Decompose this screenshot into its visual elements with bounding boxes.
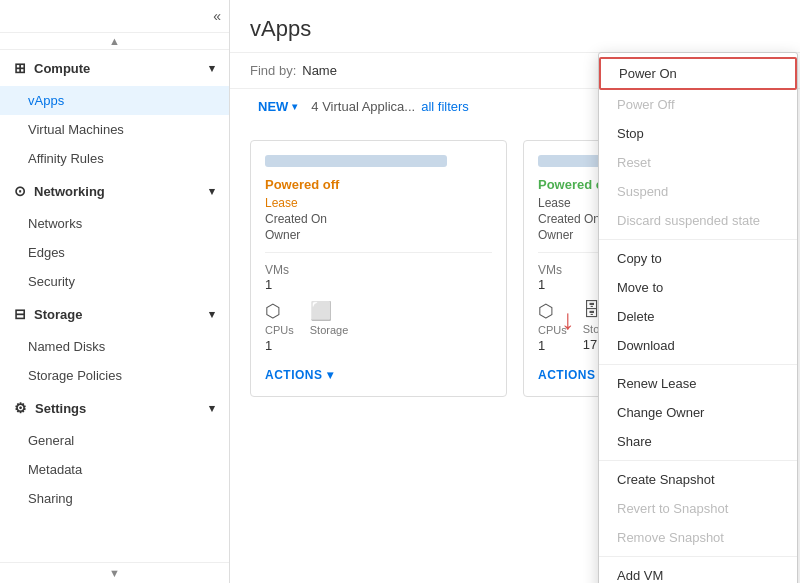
card-actions-1: ACTIONS ▾ [265, 367, 492, 382]
context-menu-revert-snapshot[interactable]: Revert to Snapshot [599, 494, 797, 523]
card-name-bar-1 [265, 155, 447, 167]
actions-button-1[interactable]: ACTIONS ▾ [265, 368, 333, 382]
cpus-label-1: CPUs [265, 324, 294, 336]
collapse-icon[interactable]: « [213, 8, 221, 24]
context-menu: Power On Power Off Stop Reset Suspend Di… [598, 52, 798, 583]
context-menu-change-owner[interactable]: Change Owner [599, 398, 797, 427]
sidebar-item-security[interactable]: Security [0, 267, 229, 296]
storage-chevron: ▾ [209, 308, 215, 321]
find-by-value[interactable]: Name [302, 63, 337, 78]
sidebar-item-vapps[interactable]: vApps [0, 86, 229, 115]
card-lease-1: Lease [265, 196, 492, 210]
context-menu-power-on[interactable]: Power On [599, 57, 797, 90]
sidebar-item-metadata[interactable]: Metadata [0, 455, 229, 484]
actions-caret-1: ▾ [327, 368, 334, 382]
arrow-indicator: ↓ [561, 304, 575, 336]
sidebar-item-storage-policies[interactable]: Storage Policies [0, 361, 229, 390]
context-menu-divider-4 [599, 556, 797, 557]
context-menu-power-off[interactable]: Power Off [599, 90, 797, 119]
sidebar-item-networks[interactable]: Networks [0, 209, 229, 238]
storage-label: Storage [34, 307, 82, 322]
cpus-val-1: 1 [265, 338, 294, 353]
card-status-1: Powered off [265, 177, 492, 192]
sidebar-group-storage[interactable]: ⊟ Storage ▾ [0, 296, 229, 332]
context-menu-move-to[interactable]: Move to [599, 273, 797, 302]
card-metrics-1: ⬡ CPUs 1 ⬜ Storage [265, 300, 492, 353]
networking-icon: ⊙ [14, 183, 26, 199]
context-menu-download[interactable]: Download [599, 331, 797, 360]
card-vms-val-1: 1 [265, 277, 492, 292]
card-created-1: Created On [265, 212, 492, 226]
settings-icon: ⚙ [14, 400, 27, 416]
sidebar-item-virtual-machines[interactable]: Virtual Machines [0, 115, 229, 144]
context-menu-reset[interactable]: Reset [599, 148, 797, 177]
scroll-up-icon[interactable]: ▲ [109, 35, 120, 47]
vapp-card-1: Powered off Lease Created On Owner VMs 1… [250, 140, 507, 397]
compute-chevron: ▾ [209, 62, 215, 75]
context-menu-renew-lease[interactable]: Renew Lease [599, 369, 797, 398]
sidebar-item-sharing[interactable]: Sharing [0, 484, 229, 513]
card-storage-1: ⬜ Storage [310, 300, 349, 353]
networking-label: Networking [34, 184, 105, 199]
sidebar: « ▲ ⊞ Compute ▾ vApps Virtual Machines A… [0, 0, 230, 583]
storage-label-1: Storage [310, 324, 349, 336]
card-vms-label-1: VMs [265, 263, 492, 277]
sidebar-header: « [0, 0, 229, 33]
context-menu-remove-snapshot[interactable]: Remove Snapshot [599, 523, 797, 552]
storage-icon: ⊟ [14, 306, 26, 322]
context-menu-share[interactable]: Share [599, 427, 797, 456]
sidebar-scroll: ⊞ Compute ▾ vApps Virtual Machines Affin… [0, 50, 229, 562]
sidebar-group-compute[interactable]: ⊞ Compute ▾ [0, 50, 229, 86]
find-by-label: Find by: [250, 63, 296, 78]
find-by: Find by: Name [250, 63, 337, 78]
cpus-val-2: 1 [538, 338, 567, 353]
context-menu-create-snapshot[interactable]: Create Snapshot [599, 465, 797, 494]
context-menu-divider-2 [599, 364, 797, 365]
settings-label: Settings [35, 401, 86, 416]
results-count: 4 Virtual Applica... [311, 99, 415, 114]
context-menu-add-vm[interactable]: Add VM [599, 561, 797, 583]
context-menu-delete[interactable]: Delete [599, 302, 797, 331]
context-menu-divider-3 [599, 460, 797, 461]
page-title: vApps [230, 0, 800, 53]
sidebar-item-general[interactable]: General [0, 426, 229, 455]
actions-button-2[interactable]: ACTIONS ▾ [538, 368, 606, 382]
networking-chevron: ▾ [209, 185, 215, 198]
compute-icon: ⊞ [14, 60, 26, 76]
main-content: vApps Find by: Name ADVANCED FILTERING S… [230, 0, 800, 583]
card-owner-1: Owner [265, 228, 492, 242]
sidebar-group-settings[interactable]: ⚙ Settings ▾ [0, 390, 229, 426]
clear-filters-link[interactable]: all filters [421, 99, 469, 114]
new-caret-icon: ▾ [292, 101, 297, 112]
sidebar-item-edges[interactable]: Edges [0, 238, 229, 267]
sidebar-item-named-disks[interactable]: Named Disks [0, 332, 229, 361]
sidebar-item-affinity-rules[interactable]: Affinity Rules [0, 144, 229, 173]
compute-label: Compute [34, 61, 90, 76]
new-button[interactable]: NEW ▾ [250, 95, 305, 118]
storage-icon-1: ⬜ [310, 300, 349, 322]
new-label: NEW [258, 99, 288, 114]
context-menu-discard[interactable]: Discard suspended state [599, 206, 797, 235]
context-menu-suspend[interactable]: Suspend [599, 177, 797, 206]
context-menu-stop[interactable]: Stop [599, 119, 797, 148]
clear-filters-label: all filters [421, 99, 469, 114]
card-cpus-1: ⬡ CPUs 1 [265, 300, 294, 353]
card-divider-1 [265, 252, 492, 253]
settings-chevron: ▾ [209, 402, 215, 415]
sidebar-group-networking[interactable]: ⊙ Networking ▾ [0, 173, 229, 209]
cpu-icon-1: ⬡ [265, 300, 294, 322]
scroll-down-icon[interactable]: ▼ [109, 567, 120, 579]
context-menu-copy-to[interactable]: Copy to [599, 244, 797, 273]
context-menu-divider-1 [599, 239, 797, 240]
